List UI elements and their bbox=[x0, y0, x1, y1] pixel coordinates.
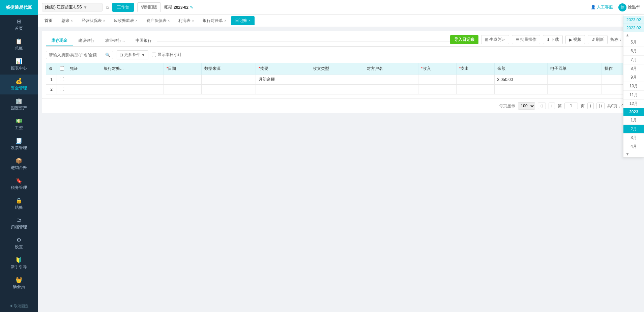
row-payment-type bbox=[310, 85, 364, 94]
select-all-checkbox[interactable] bbox=[60, 66, 64, 70]
period-edit-icon[interactable]: ✎ bbox=[190, 5, 193, 10]
video-button[interactable]: ▶ 视频 bbox=[565, 35, 585, 44]
sidebar-item-member[interactable]: 👑 畅会员 bbox=[0, 273, 38, 293]
tab-profit[interactable]: 利润表 × bbox=[174, 16, 198, 25]
sidebar-item-settings[interactable]: ⚙ 设置 bbox=[0, 233, 38, 253]
tab-business-close[interactable]: × bbox=[103, 19, 105, 23]
tab-assets-close[interactable]: × bbox=[168, 19, 170, 23]
row-checkbox-cell bbox=[57, 75, 67, 85]
payroll-icon: 💵 bbox=[16, 118, 22, 124]
company-selector[interactable]: (勉励) 江西超宝-LSS ▼ bbox=[42, 3, 103, 11]
prev-page-button[interactable]: ⟨ bbox=[549, 103, 555, 109]
sub-tab-boc[interactable]: 中国银行 bbox=[130, 36, 157, 46]
tab-home-label: 首页 bbox=[45, 18, 53, 24]
date-nav-up[interactable]: ▲ bbox=[625, 33, 630, 37]
currency-prefix: 折称： bbox=[610, 37, 622, 42]
date-year-2023: 2023 bbox=[623, 108, 644, 116]
batch-op-button[interactable]: ☰ 批量操作 bbox=[512, 35, 540, 44]
row-checkbox[interactable] bbox=[60, 77, 64, 81]
sidebar-item-invoice[interactable]: 🧾 发票管理 bbox=[0, 134, 38, 154]
row-expense bbox=[456, 75, 494, 85]
tab-business[interactable]: 经营状况表 × bbox=[78, 16, 109, 25]
tab-bar: 首页 总账 × 经营状况表 × 应收账款表 × 资产负债表 × 利润表 × 银行… bbox=[38, 15, 644, 27]
tab-journal-close[interactable]: × bbox=[248, 19, 251, 23]
col-bank-account: 银行对账... bbox=[101, 63, 164, 75]
import-journal-button[interactable]: 导入日记账 bbox=[450, 35, 478, 44]
last-page-button[interactable]: ⟩⟩ bbox=[596, 103, 605, 109]
col-settings[interactable]: ⚙ bbox=[46, 63, 57, 75]
row-checkbox[interactable] bbox=[60, 87, 64, 91]
show-daily-subtotal-label[interactable]: 显示本日小计 bbox=[152, 52, 182, 58]
page-size-label: 每页显示 bbox=[499, 103, 515, 109]
tab-receivable[interactable]: 应收账款表 × bbox=[110, 16, 142, 25]
tab-home[interactable]: 首页 bbox=[40, 16, 57, 25]
date-nav-down[interactable]: ▼ bbox=[625, 152, 630, 157]
table-row: 1 月初余额 3,050.00 bbox=[46, 75, 636, 85]
date-month-7[interactable]: 7月 bbox=[623, 56, 644, 64]
sub-tab-cash[interactable]: 库存现金 bbox=[46, 36, 73, 46]
date-month-8[interactable]: 8月 bbox=[623, 64, 644, 73]
more-filter-button[interactable]: ⊟ 更多条件 ▼ bbox=[117, 50, 148, 59]
sidebar-item-archive[interactable]: 🗂 归档管理 bbox=[0, 214, 38, 233]
main-area: (勉励) 江西超宝-LSS ▼ ⧉ 工作台 切到旧版 账期 2023-02 ✎ … bbox=[38, 0, 644, 312]
sidebar-item-tax[interactable]: 🔖 税务管理 bbox=[0, 174, 38, 194]
tab-journal[interactable]: 日记账 × bbox=[231, 16, 255, 25]
first-page-button[interactable]: ⟨⟨ bbox=[538, 103, 546, 109]
tab-bank-reconcile-close[interactable]: × bbox=[224, 19, 226, 23]
tab-bank-reconcile[interactable]: 银行对账单 × bbox=[199, 16, 230, 25]
batch-op-icon: ☰ bbox=[516, 37, 519, 42]
company-label: (勉励) 江西超宝-LSS bbox=[45, 4, 82, 10]
date-month-12[interactable]: 12月 bbox=[623, 100, 644, 108]
close-period-icon: 🔒 bbox=[16, 197, 22, 204]
sidebar-item-guide[interactable]: 🔰 新手引导 bbox=[0, 253, 38, 273]
sidebar-item-label: 税务管理 bbox=[11, 185, 27, 191]
search-input[interactable] bbox=[49, 53, 104, 57]
sidebar-item-fixed-assets[interactable]: 🏢 固定资产 bbox=[0, 94, 38, 114]
sidebar-item-reports[interactable]: 📊 报表中心 bbox=[0, 55, 38, 75]
tab-ledger-close[interactable]: × bbox=[71, 19, 73, 23]
sidebar-item-payroll[interactable]: 💵 工资 bbox=[0, 114, 38, 134]
date-month-6[interactable]: 6月 bbox=[623, 47, 644, 56]
sub-tab-ccb[interactable]: 建设银行 bbox=[73, 36, 100, 46]
sidebar-item-label: 新手引导 bbox=[11, 264, 27, 270]
filter-arrow-icon: ▼ bbox=[141, 53, 145, 57]
generate-voucher-button[interactable]: ⊞ 生成凭证 bbox=[481, 35, 509, 44]
download-button[interactable]: ⬇ 下载 bbox=[543, 35, 563, 44]
date-month-4[interactable]: 4月 bbox=[623, 142, 644, 151]
date-nav: ▲ bbox=[623, 32, 644, 38]
unpin-sidebar[interactable]: ◀ 取消固定 bbox=[0, 300, 38, 312]
date-month-1[interactable]: 1月 bbox=[623, 116, 644, 125]
customer-service-button[interactable]: 👤 人工客服 bbox=[591, 4, 613, 10]
next-page-button[interactable]: ⟩ bbox=[587, 103, 594, 109]
refresh-button[interactable]: ↺ 刷新 bbox=[588, 35, 608, 44]
tab-assets[interactable]: 资产负债表 × bbox=[142, 16, 174, 25]
show-daily-subtotal-checkbox[interactable] bbox=[152, 53, 156, 57]
date-month-9[interactable]: 9月 bbox=[623, 73, 644, 82]
sidebar-item-label: 归档管理 bbox=[11, 224, 27, 230]
sidebar-item-assets-mgmt[interactable]: 💰 资金管理 bbox=[0, 75, 38, 94]
page-number-input[interactable] bbox=[564, 103, 578, 109]
search-icon[interactable]: 🔍 bbox=[105, 53, 110, 57]
sidebar-item-home[interactable]: ⊞ 首页 bbox=[0, 15, 38, 35]
sub-tab-abc[interactable]: 农业银行... bbox=[100, 36, 130, 46]
date-month-11[interactable]: 11月 bbox=[623, 91, 644, 100]
tab-receivable-close[interactable]: × bbox=[136, 19, 138, 23]
workbench-button[interactable]: 工作台 bbox=[112, 3, 134, 12]
reports-icon: 📊 bbox=[16, 58, 22, 64]
sidebar-item-label: 工资 bbox=[15, 125, 23, 131]
sidebar-item-sales[interactable]: 📦 进销台账 bbox=[0, 154, 38, 174]
sidebar-item-close[interactable]: 🔒 结账 bbox=[0, 194, 38, 214]
old-version-button[interactable]: 切到旧版 bbox=[137, 2, 161, 12]
date-month-10[interactable]: 10月 bbox=[623, 82, 644, 91]
tab-ledger[interactable]: 总账 × bbox=[57, 16, 77, 25]
date-month-5[interactable]: 5月 bbox=[623, 38, 644, 47]
row-electronic bbox=[547, 85, 602, 94]
journal-card: 库存现金 建设银行 农业银行... 中国银行 导入日记账 ⊞ 生成凭 bbox=[42, 31, 640, 98]
date-month-3[interactable]: 3月 bbox=[623, 134, 644, 142]
date-month-2[interactable]: 2月 bbox=[623, 125, 644, 134]
sidebar-item-ledger[interactable]: 📋 总账 bbox=[0, 35, 38, 55]
copy-icon[interactable]: ⧉ bbox=[106, 5, 109, 10]
row-income bbox=[418, 85, 456, 94]
page-size-select[interactable]: 50 100 200 bbox=[518, 102, 535, 110]
tab-profit-close[interactable]: × bbox=[192, 19, 194, 23]
